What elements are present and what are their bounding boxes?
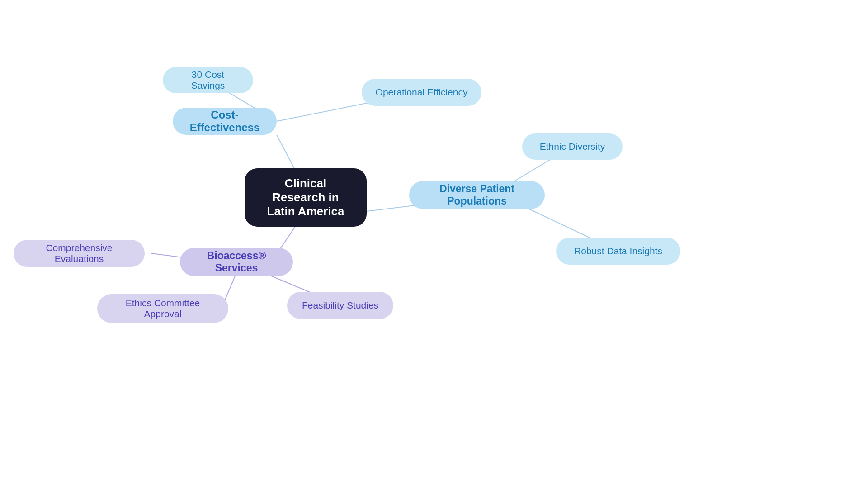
cost-savings-node[interactable]: 30 Cost Savings	[163, 67, 253, 93]
ethnic-diversity-node[interactable]: Ethnic Diversity	[522, 133, 623, 160]
cost-effectiveness-node[interactable]: Cost-Effectiveness	[173, 108, 277, 135]
robust-data-node[interactable]: Robust Data Insights	[556, 238, 680, 265]
ethics-committee-node[interactable]: Ethics Committee Approval	[97, 294, 228, 323]
diverse-patient-node[interactable]: Diverse Patient Populations	[409, 181, 545, 209]
operational-efficiency-node[interactable]: Operational Efficiency	[362, 79, 481, 106]
feasibility-studies-node[interactable]: Feasibility Studies	[287, 292, 393, 319]
comprehensive-evaluations-node[interactable]: Comprehensive Evaluations	[14, 240, 145, 267]
center-node[interactable]: Clinical Research in Latin America	[245, 168, 367, 227]
bioaccess-services-node[interactable]: Bioaccess® Services	[180, 248, 293, 276]
